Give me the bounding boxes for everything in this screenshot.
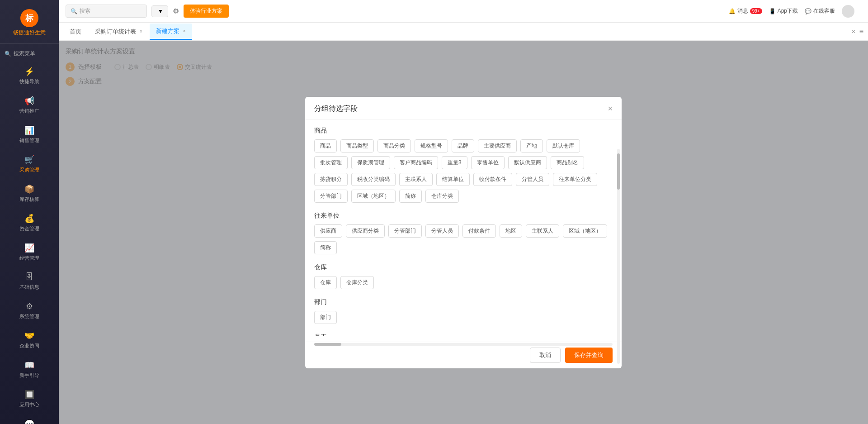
sidebar-item-xinshou[interactable]: 📖 新手引导 [17, 355, 42, 384]
field-tag-partner-7[interactable]: 区域（地区） [563, 224, 607, 238]
top-header: 🔍 搜索 ▼ ⚙ 体验行业方案 🔔 消息 99+ 📱 App下载 [59, 0, 868, 23]
search-icon-header: 🔍 [71, 8, 77, 14]
tab-close-1[interactable]: × [140, 29, 142, 34]
field-tag-product-21[interactable]: 往来单位分类 [553, 173, 597, 186]
sidebar-item-qiye[interactable]: 🤝 企业协同 [17, 325, 42, 355]
field-tags-product: 商品商品类型商品分类规格型号品牌主要供应商产地默认仓库批次管理保质期管理客户商品… [314, 139, 613, 203]
sidebar-item-zijin[interactable]: 💰 资金管理 [17, 208, 42, 238]
user-avatar[interactable] [842, 5, 854, 18]
sidebar-item-caigou[interactable]: 🛒 采购管理 [17, 149, 42, 179]
sidebar-item-yingxiao[interactable]: 📢 营销推广 [17, 91, 42, 120]
field-tag-partner-4[interactable]: 付款条件 [462, 224, 496, 238]
sidebar-icon-caigou: 🛒 [24, 155, 34, 165]
sidebar-icon-xitong: ⚙ [26, 301, 33, 311]
cancel-button[interactable]: 取消 [530, 348, 561, 363]
field-tag-product-6[interactable]: 产地 [520, 139, 543, 152]
tab-close-all[interactable]: × [851, 28, 855, 36]
sidebar-item-jingying[interactable]: 📈 经营管理 [17, 238, 42, 267]
section-title-department: 部门 [314, 298, 613, 306]
page-content: 采购订单统计表方案设置 1 选择模板 汇总表 明细表 [59, 41, 868, 424]
field-tag-partner-3[interactable]: 分管人员 [425, 224, 459, 238]
sidebar-label-kuaijie: 快捷导航 [19, 78, 39, 85]
field-tag-partner-5[interactable]: 地区 [500, 224, 522, 238]
dialog-hscrollbar[interactable] [314, 343, 613, 346]
field-tag-product-7[interactable]: 默认仓库 [547, 139, 580, 152]
field-tag-partner-6[interactable]: 主联系人 [526, 224, 559, 238]
field-tag-product-8[interactable]: 批次管理 [314, 156, 348, 169]
field-tag-partner-0[interactable]: 供应商 [314, 224, 342, 238]
field-tag-product-12[interactable]: 零售单位 [471, 156, 505, 169]
sidebar-item-yingyong[interactable]: 🔲 应用中心 [17, 384, 42, 414]
dropdown-btn[interactable]: ▼ [151, 5, 168, 17]
sidebar-item-xitong[interactable]: ⚙ 系统管理 [17, 296, 42, 325]
search-box[interactable]: 🔍 搜索 [66, 5, 147, 18]
sidebar-icon-kucun: 📦 [24, 184, 34, 194]
online-service-action[interactable]: 💬 在线客服 [805, 7, 835, 15]
sidebar-item-kucun[interactable]: 📦 库存核算 [17, 179, 42, 208]
field-tag-product-22[interactable]: 分管部门 [314, 190, 348, 203]
field-tag-product-19[interactable]: 收付款条件 [473, 173, 512, 186]
field-tag-product-18[interactable]: 结算单位 [436, 173, 470, 186]
tab-label-1: 采购订单统计表 [95, 28, 136, 36]
field-tag-product-3[interactable]: 规格型号 [415, 139, 448, 152]
tab-item-0[interactable]: 首页 [63, 24, 88, 40]
field-tag-department-0[interactable]: 部门 [314, 311, 337, 324]
field-tag-warehouse-1[interactable]: 仓库分类 [340, 276, 374, 289]
tab-label-2: 新建方案 [156, 27, 179, 35]
field-tag-product-9[interactable]: 保质期管理 [351, 156, 390, 169]
field-tag-product-11[interactable]: 重量3 [442, 156, 467, 169]
tab-menu[interactable]: ≡ [859, 28, 863, 36]
app-download-action[interactable]: 📱 App下载 [769, 7, 798, 15]
field-tag-product-14[interactable]: 商品别名 [551, 156, 584, 169]
sidebar-item-weixin[interactable]: 💬 企业微信 [17, 414, 42, 424]
field-tag-product-23[interactable]: 区域（地区） [351, 190, 396, 203]
tab-item-1[interactable]: 采购订单统计表× [89, 24, 149, 40]
dialog-scrollbar-thumb [617, 153, 620, 190]
dialog-scrollbar[interactable] [617, 149, 620, 364]
sidebar-label-xiaoshou: 销售管理 [19, 137, 39, 144]
field-tag-warehouse-0[interactable]: 仓库 [314, 276, 337, 289]
experience-btn[interactable]: 体验行业方案 [184, 5, 229, 18]
section-title-warehouse: 仓库 [314, 263, 613, 272]
field-tag-product-2[interactable]: 商品分类 [377, 139, 411, 152]
notification-label: 消息 [737, 7, 748, 15]
sidebar-icon-yingxiao: 📢 [24, 96, 34, 106]
field-tag-partner-1[interactable]: 供应商分类 [346, 224, 385, 238]
save-query-button[interactable]: 保存并查询 [565, 348, 613, 363]
field-tag-product-4[interactable]: 品牌 [452, 139, 474, 152]
field-tag-product-10[interactable]: 客户商品编码 [394, 156, 438, 169]
sidebar-item-kuaijie[interactable]: ⚡ 快捷导航 [17, 61, 42, 91]
field-tag-product-15[interactable]: 拣货积分 [314, 173, 348, 186]
notification-action[interactable]: 🔔 消息 99+ [729, 7, 762, 15]
tab-item-2[interactable]: 新建方案× [150, 24, 192, 40]
sidebar-label-zijin: 资金管理 [19, 225, 39, 232]
field-tag-product-0[interactable]: 商品 [314, 139, 337, 152]
dialog-title: 分组待选字段 [314, 104, 358, 114]
field-tag-product-24[interactable]: 简称 [399, 190, 422, 203]
field-tag-product-16[interactable]: 税收分类编码 [351, 173, 396, 186]
tab-close-2[interactable]: × [183, 29, 186, 33]
field-tag-product-25[interactable]: 仓库分类 [425, 190, 459, 203]
dialog-body[interactable]: 商品商品商品类型商品分类规格型号品牌主要供应商产地默认仓库批次管理保质期管理客户… [305, 119, 622, 336]
dialog-hscrollbar-thumb [314, 343, 341, 346]
field-tag-partner-8[interactable]: 简称 [314, 241, 337, 254]
sidebar-item-xiaoshou[interactable]: 📊 销售管理 [17, 120, 42, 149]
bell-icon: 🔔 [729, 8, 736, 14]
dialog-section-department: 部门部门 [314, 298, 613, 324]
field-tag-product-1[interactable]: 商品类型 [340, 139, 374, 152]
field-tag-partner-2[interactable]: 分管部门 [388, 224, 422, 238]
field-tag-product-5[interactable]: 主要供应商 [478, 139, 517, 152]
field-tag-product-17[interactable]: 主联系人 [399, 173, 433, 186]
sidebar-item-jichu[interactable]: 🗄 基础信息 [17, 267, 42, 296]
field-tag-product-13[interactable]: 默认供应商 [508, 156, 547, 169]
dialog-hscroll-area [305, 336, 622, 342]
sidebar-icon-jingying: 📈 [24, 243, 34, 253]
tab-label-0: 首页 [70, 28, 81, 36]
sidebar-search[interactable]: 🔍 搜索菜单 [0, 46, 59, 61]
sidebar-icon-yingyong: 🔲 [24, 390, 34, 400]
header-left: 🔍 搜索 ▼ ⚙ 体验行业方案 [66, 5, 229, 18]
field-tag-product-20[interactable]: 分管人员 [516, 173, 549, 186]
app-logo: 标 畅捷通好生意 [0, 5, 59, 44]
dialog-close-btn[interactable]: × [608, 104, 613, 114]
settings-icon[interactable]: ⚙ [173, 7, 179, 15]
